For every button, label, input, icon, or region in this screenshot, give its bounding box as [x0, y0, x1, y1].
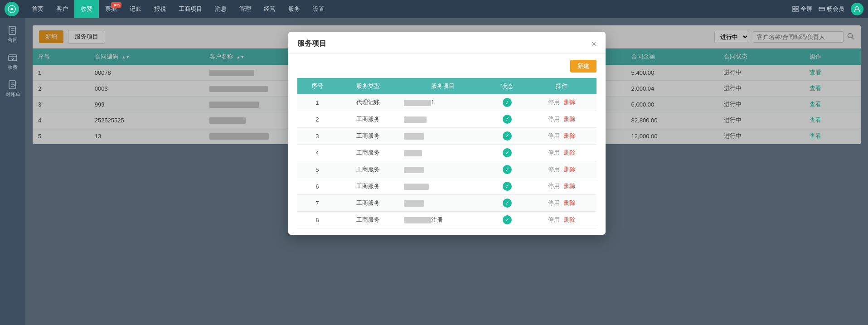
- sidebar-item-contract[interactable]: 合同: [1, 22, 24, 47]
- content-area: 新增 服务项目 进行中 已完成 全部: [25, 18, 868, 325]
- svg-rect-2: [796, 6, 798, 9]
- service-items-modal: 服务项目 × 新建 序号 服务类型 服务项目 状态: [288, 32, 606, 235]
- modal-cell-status: ✓: [487, 212, 528, 228]
- modal-body: 新建 序号 服务类型 服务项目 状态 操作 1: [288, 53, 606, 235]
- modal-col-seq: 序号: [297, 78, 338, 94]
- modal-cell-action[interactable]: 停用 删除: [527, 111, 596, 128]
- stop-button[interactable]: 停用: [548, 116, 560, 122]
- status-circle-icon: ✓: [503, 215, 512, 224]
- modal-cell-action[interactable]: 停用 删除: [527, 145, 596, 161]
- delete-button[interactable]: 删除: [564, 116, 576, 122]
- modal-cell-action[interactable]: 停用 删除: [527, 212, 596, 228]
- modal-col-action: 操作: [527, 78, 596, 94]
- modal-cell-seq: 8: [297, 212, 338, 228]
- modal-col-type: 服务类型: [337, 78, 398, 94]
- nav-bookkeeping[interactable]: 记账: [123, 0, 148, 18]
- status-circle-icon: ✓: [503, 115, 512, 124]
- modal-cell-seq: 2: [297, 111, 338, 128]
- stop-button[interactable]: 停用: [548, 149, 560, 156]
- main-layout: 合同 收费 对账单: [0, 18, 868, 325]
- delete-button[interactable]: 删除: [564, 166, 576, 173]
- fullscreen-label: 全屏: [800, 5, 812, 13]
- status-circle-icon: ✓: [503, 165, 512, 174]
- user-avatar[interactable]: [851, 3, 863, 15]
- stop-button[interactable]: 停用: [548, 216, 560, 223]
- nav-right: 全屏 畅会员: [792, 3, 863, 15]
- nav-items: 首页 客户 收费 票据 new 记账 报税 工商项目 消息 管理 经营 服务 设…: [25, 0, 331, 18]
- sidebar-item-statement[interactable]: 对账单: [1, 76, 24, 102]
- nav-service[interactable]: 服务: [282, 0, 306, 18]
- sidebar-item-fee[interactable]: 收费: [1, 49, 24, 74]
- nav-settings[interactable]: 设置: [306, 0, 331, 18]
- modal-cell-item: [398, 145, 487, 161]
- nav-tax[interactable]: 报税: [148, 0, 172, 18]
- sidebar-statement-label: 对账单: [5, 91, 20, 98]
- nav-manage[interactable]: 管理: [233, 0, 257, 18]
- modal-title: 服务项目: [297, 39, 326, 49]
- modal-cell-item: [398, 195, 487, 212]
- nav-home[interactable]: 首页: [25, 0, 50, 18]
- delete-button[interactable]: 删除: [564, 183, 576, 189]
- top-navigation: 首页 客户 收费 票据 new 记账 报税 工商项目 消息 管理 经营 服务 设…: [0, 0, 868, 18]
- list-item: 3 工商服务 ✓ 停用 删除: [297, 128, 596, 145]
- modal-cell-action[interactable]: 停用 删除: [527, 161, 596, 178]
- sidebar-fee-label: 收费: [8, 64, 18, 71]
- modal-close-button[interactable]: ×: [592, 40, 596, 48]
- status-circle-icon: ✓: [503, 199, 512, 208]
- app-logo[interactable]: [5, 2, 19, 16]
- modal-cell-item: [398, 111, 487, 128]
- nav-operation[interactable]: 经营: [257, 0, 282, 18]
- delete-button[interactable]: 删除: [564, 199, 576, 206]
- stop-button[interactable]: 停用: [548, 99, 560, 106]
- nav-invoice[interactable]: 票据 new: [99, 0, 123, 18]
- modal-cell-action[interactable]: 停用 删除: [527, 178, 596, 195]
- modal-cell-type: 工商服务: [337, 178, 398, 195]
- modal-cell-item: [398, 178, 487, 195]
- member-button[interactable]: 畅会员: [819, 5, 844, 13]
- modal-cell-status: ✓: [487, 178, 528, 195]
- modal-cell-type: 工商服务: [337, 195, 398, 212]
- modal-cell-action[interactable]: 停用 删除: [527, 128, 596, 145]
- modal-cell-status: ✓: [487, 111, 528, 128]
- list-item: 1 代理记账 1 ✓ 停用 删除: [297, 94, 596, 111]
- fee-icon: [8, 53, 18, 63]
- delete-button[interactable]: 删除: [564, 216, 576, 223]
- modal-toolbar: 新建: [297, 60, 596, 73]
- stop-button[interactable]: 停用: [548, 199, 560, 206]
- modal-cell-action[interactable]: 停用 删除: [527, 195, 596, 212]
- nav-message[interactable]: 消息: [209, 0, 233, 18]
- status-circle-icon: ✓: [503, 182, 512, 191]
- svg-rect-1: [793, 6, 795, 9]
- modal-cell-status: ✓: [487, 161, 528, 178]
- modal-cell-seq: 1: [297, 94, 338, 111]
- svg-rect-5: [819, 7, 824, 11]
- delete-button[interactable]: 删除: [564, 99, 576, 106]
- nav-customer[interactable]: 客户: [50, 0, 74, 18]
- stop-button[interactable]: 停用: [548, 132, 560, 139]
- modal-cell-status: ✓: [487, 195, 528, 212]
- status-circle-icon: ✓: [503, 131, 512, 141]
- list-item: 6 工商服务 ✓ 停用 删除: [297, 178, 596, 195]
- modal-cell-type: 工商服务: [337, 161, 398, 178]
- modal-header: 服务项目 ×: [288, 32, 606, 53]
- delete-button[interactable]: 删除: [564, 149, 576, 156]
- modal-overlay: 服务项目 × 新建 序号 服务类型 服务项目 状态: [25, 18, 868, 325]
- stop-button[interactable]: 停用: [548, 166, 560, 173]
- list-item: 8 工商服务 注册 ✓ 停用 删除: [297, 212, 596, 228]
- sidebar: 合同 收费 对账单: [0, 18, 25, 325]
- nav-bizproject[interactable]: 工商项目: [172, 0, 209, 18]
- delete-button[interactable]: 删除: [564, 132, 576, 139]
- fullscreen-button[interactable]: 全屏: [792, 5, 812, 13]
- modal-cell-status: ✓: [487, 94, 528, 111]
- nav-fee[interactable]: 收费: [74, 0, 99, 18]
- statement-icon: [8, 80, 18, 90]
- new-service-button[interactable]: 新建: [570, 60, 596, 73]
- list-item: 7 工商服务 ✓ 停用 删除: [297, 195, 596, 212]
- modal-cell-type: 工商服务: [337, 212, 398, 228]
- modal-cell-item: 注册: [398, 212, 487, 228]
- modal-cell-action[interactable]: 停用 删除: [527, 94, 596, 111]
- modal-cell-item: 1: [398, 94, 487, 111]
- modal-cell-status: ✓: [487, 145, 528, 161]
- stop-button[interactable]: 停用: [548, 183, 560, 189]
- modal-cell-seq: 3: [297, 128, 338, 145]
